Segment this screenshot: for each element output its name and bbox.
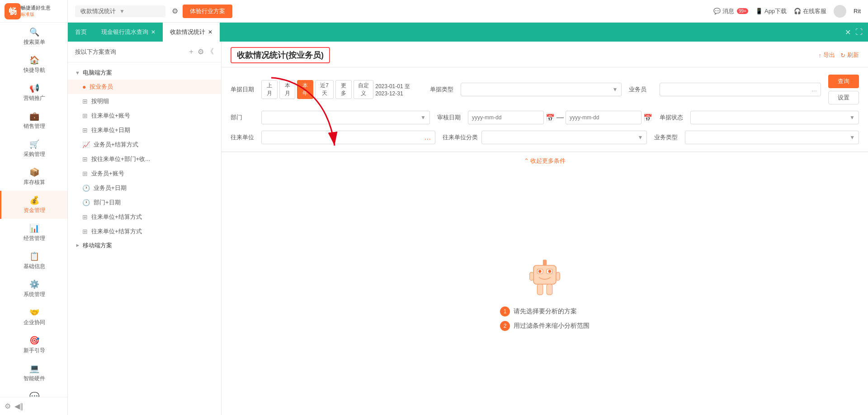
partner-more-icon[interactable]: … [424, 133, 431, 141]
sidebar-item-wechat[interactable]: 💬 企业微信 [0, 387, 67, 397]
sidebar-item-enterprise[interactable]: 🤝 企业协同 [0, 303, 67, 331]
partner-category-chevron-icon: ▼ [637, 134, 643, 141]
partner-select[interactable]: … [261, 131, 435, 144]
review-date-label: 审核日期 [437, 113, 464, 122]
scheme-item-partner-date[interactable]: ⊞ 往来单位+日期 [68, 123, 221, 137]
dept-label: 部门 [231, 113, 258, 122]
topbar-settings-icon[interactable]: ⚙ [172, 7, 178, 15]
page-content: 按以下方案查询 ＋ ⚙ 《 ▼ 电脑端方案 ● 按业务员 [68, 42, 868, 415]
refresh-button[interactable]: ↻ 刷新 [840, 51, 859, 59]
settings-button[interactable]: 设置 [828, 91, 859, 104]
sidebar-item-basic[interactable]: 📋 基础信息 [0, 247, 67, 275]
sidebar-item-label: 企业协同 [24, 319, 45, 326]
settings-footer-icon[interactable]: ⚙ [5, 402, 11, 410]
mobile-group-arrow-icon: ▼ [75, 243, 80, 248]
filter-salesperson: 业务员 … [629, 83, 821, 96]
user-name: Rit [854, 8, 861, 14]
salesperson-chevron-icon: … [811, 86, 817, 93]
scheme-item-salesperson-acct[interactable]: ⊞ 业务员+账号 [68, 166, 221, 181]
voucher-type-label: 单据类型 [430, 85, 457, 94]
scheme-item-partner-account[interactable]: ⊞ 往来单位+账号 [68, 108, 221, 123]
svg-rect-7 [556, 272, 560, 280]
trial-button[interactable]: 体验行业方案 [183, 5, 232, 18]
date-btn-more[interactable]: 更多 [335, 80, 352, 99]
tab-bank-flow[interactable]: 现金银行流水查询 ✕ [94, 23, 163, 42]
sidebar-item-business[interactable]: 📊 经营管理 [0, 219, 67, 247]
message-action[interactable]: 💬 消息 99+ [713, 7, 748, 15]
sidebar-item-search-menu[interactable]: 🔍 搜索菜单 [0, 23, 67, 51]
date-range-text: 2023-01-01 至 2023-12-31 [375, 83, 422, 97]
sidebar-item-system[interactable]: ⚙️ 系统管理 [0, 275, 67, 303]
sidebar-item-inventory[interactable]: 📦 库存核算 [0, 163, 67, 191]
scheme-item-by-detail[interactable]: ⊞ 按明细 [68, 94, 221, 108]
query-button[interactable]: 查询 [828, 75, 859, 88]
scheme-item-dept-date[interactable]: 🕐 部门+日期 [68, 195, 221, 210]
mobile-scheme-group[interactable]: ▼ 移动端方案 [68, 239, 221, 252]
user-avatar[interactable] [834, 5, 846, 18]
sidebar-item-sales[interactable]: 💼 销售管理 [0, 107, 67, 135]
scheme-item-salesperson-settle[interactable]: 📈 业务员+结算方式 [68, 137, 221, 152]
voucher-status-select[interactable]: ▼ [690, 111, 859, 124]
tab-bank-flow-close-icon[interactable]: ✕ [151, 29, 156, 35]
sidebar-item-guide[interactable]: 🎯 新手引导 [0, 331, 67, 359]
sidebar-nav: 🔍 搜索菜单 🏠 快捷导航 📢 营销推广 💼 销售管理 🛒 采购管理 📦 库存核… [0, 23, 67, 397]
online-service-action[interactable]: 🎧 在线客服 [794, 7, 826, 15]
maximize-icon[interactable]: ⛶ [855, 28, 863, 36]
voucher-type-chevron-icon: ▼ [612, 86, 618, 93]
close-window-icon[interactable]: ✕ [845, 28, 851, 37]
export-button[interactable]: ↑ 导出 [819, 51, 835, 59]
desktop-scheme-group[interactable]: ▼ 电脑端方案 [68, 66, 221, 80]
sidebar-item-label: 采购管理 [24, 151, 45, 158]
sidebar-item-label: 营销推广 [24, 94, 45, 102]
sidebar: 畅 畅捷通好生意 标准版 🔍 搜索菜单 🏠 快捷导航 📢 营销推广 💼 销售管理… [0, 0, 68, 415]
sidebar-item-purchase[interactable]: 🛒 采购管理 [0, 135, 67, 163]
scheme-item-partner-settle2[interactable]: ⊞ 往来单位+结算方式 [68, 224, 221, 239]
date-btn-this-year[interactable]: 本年 [297, 80, 313, 99]
settings-scheme-button[interactable]: ⚙ [198, 47, 204, 57]
empty-hints: 1 请先选择要分析的方案 2 用过滤条件来缩小分析范围 [500, 307, 590, 331]
scheme-item-salesperson-date[interactable]: 🕐 业务员+日期 [68, 181, 221, 195]
date-btn-7days[interactable]: 近7天 [315, 80, 334, 99]
scheme-item-partner-dept-collect[interactable]: ⊞ 按往来单位+部门+收... [68, 152, 221, 166]
partner-category-select[interactable]: ▼ [481, 131, 647, 144]
add-scheme-button[interactable]: ＋ [188, 47, 195, 57]
sidebar-item-quick-nav[interactable]: 🏠 快捷导航 [0, 51, 67, 79]
sidebar-item-marketing[interactable]: 📢 营销推广 [0, 79, 67, 107]
content-area: 1 请先选择要分析的方案 2 用过滤条件来缩小分析范围 [222, 170, 868, 415]
sidebar-item-hardware[interactable]: 💻 智能硬件 [0, 359, 67, 387]
tab-collection-stat-close-icon[interactable]: ✕ [208, 29, 212, 35]
salesperson-select[interactable]: … [660, 83, 821, 96]
scheme-item-partner-settle1[interactable]: ⊞ 往来单位+结算方式 [68, 210, 221, 224]
review-date-to-input[interactable] [566, 111, 642, 124]
hint-text-2: 用过滤条件来缩小分析范围 [514, 322, 590, 330]
tab-home[interactable]: 首页 [68, 23, 94, 42]
collapse-bar[interactable]: ⌃ 收起更多条件 [222, 152, 868, 170]
date-btn-last-month[interactable]: 上月 [261, 80, 278, 99]
sidebar-footer: ⚙ ◀‖ [0, 397, 67, 415]
review-date-input-group: 📅 — 📅 [468, 111, 652, 124]
svg-point-3 [538, 270, 542, 273]
scheme-item-by-salesperson[interactable]: ● 按业务员 [68, 80, 221, 94]
date-btn-this-month[interactable]: 本月 [279, 80, 296, 99]
date-btn-custom[interactable]: 自定义 [354, 80, 374, 99]
collapse-sidebar-icon[interactable]: ◀‖ [14, 402, 24, 410]
window-controls: ✕ ⛶ [845, 28, 868, 37]
logo-badge: 标准版 [21, 11, 51, 18]
app-download-action[interactable]: 📱 App下载 [755, 7, 787, 15]
voucher-status-label: 单据状态 [660, 113, 687, 122]
topbar-breadcrumb: 收款情况统计 ▼ [75, 5, 165, 17]
main-area: 收款情况统计 ▼ ⚙ 体验行业方案 💬 消息 99+ 📱 App下载 🎧 在线客… [68, 0, 868, 415]
collapse-panel-button[interactable]: 《 [207, 47, 214, 57]
scheme-item-label: 往来单位+账号 [91, 112, 130, 120]
hint-item-1: 1 请先选择要分析的方案 [500, 307, 590, 316]
calendar-from-icon[interactable]: 📅 [546, 113, 555, 122]
voucher-type-select[interactable]: ▼ [461, 83, 622, 96]
review-date-from-input[interactable] [468, 111, 544, 124]
system-icon: ⚙️ [29, 279, 39, 289]
dept-select[interactable]: ▼ [261, 111, 430, 124]
tab-collection-stat[interactable]: 收款情况统计 ✕ [163, 23, 220, 42]
hint-text-1: 请先选择要分析的方案 [514, 307, 577, 316]
sidebar-item-finance[interactable]: 💰 资金管理 [0, 191, 67, 219]
business-type-select[interactable]: ▼ [685, 131, 859, 144]
calendar-to-icon[interactable]: 📅 [643, 113, 652, 122]
